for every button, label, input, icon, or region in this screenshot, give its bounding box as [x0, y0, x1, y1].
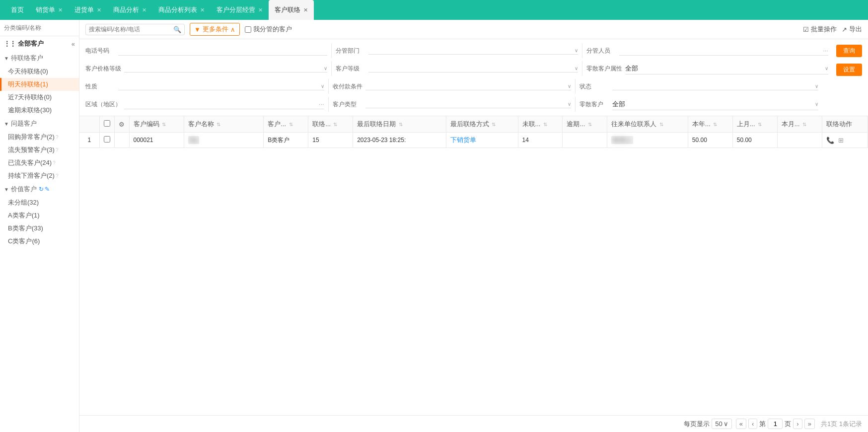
dept-chevron-icon: ∨: [575, 48, 578, 53]
sidebar-search-input[interactable]: [4, 24, 78, 31]
sidebar-item-today-contact[interactable]: 今天待联络(0): [0, 65, 79, 78]
divider-2: [582, 43, 582, 58]
first-page-button[interactable]: «: [736, 419, 746, 429]
refresh-icon[interactable]: ↻: [39, 186, 44, 193]
phone-action-icon[interactable]: 📞: [826, 137, 834, 144]
sidebar-item-overdue-contact[interactable]: 逾期未联络(30): [0, 104, 79, 117]
region-select[interactable]: ···: [124, 99, 324, 109]
next-page-button[interactable]: ›: [793, 419, 802, 429]
close-sales-icon[interactable]: ✕: [58, 7, 63, 13]
sidebar-item-b-class[interactable]: B类客户(33): [0, 222, 79, 235]
th-unit-contact: 往来单位联系人 ⇅: [607, 116, 688, 133]
help-icon-3[interactable]: ?: [53, 160, 56, 166]
grid-action-icon[interactable]: ⊞: [838, 137, 844, 144]
filter-field-phone: 电话号码: [85, 46, 327, 56]
retail-attr-chevron-icon: ∨: [825, 66, 828, 71]
close-customer-contact-icon[interactable]: ✕: [303, 7, 308, 13]
page-number-input[interactable]: [768, 419, 783, 429]
sidebar-group-value-customers[interactable]: ▼ 价值客户 ↻ ✎: [0, 182, 79, 196]
customer-level-select[interactable]: ∨: [368, 65, 578, 72]
sidebar-item-ungrouped[interactable]: 未分组(32): [0, 196, 79, 209]
sort-overdue-icon[interactable]: ⇅: [588, 122, 592, 127]
nav-purchase[interactable]: 进货单 ✕: [69, 0, 107, 20]
sidebar-item-already-lost[interactable]: 已流失客户(24) ?: [0, 156, 79, 169]
phone-input[interactable]: [118, 46, 327, 56]
divider-5: [328, 79, 329, 94]
page-size-box[interactable]: 50 ∨: [712, 419, 731, 429]
more-filter-button[interactable]: ▼ 更多条件 ∧: [190, 23, 240, 36]
set-button[interactable]: 设置: [836, 64, 862, 76]
customer-name-blurred: Ea: [188, 136, 200, 144]
prev-page-button[interactable]: ‹: [748, 419, 757, 429]
divider-7: [328, 97, 329, 112]
retail-customer-select[interactable]: 全部 ∨: [612, 99, 818, 110]
sidebar-group-problem-customers[interactable]: ▼ 问题客户: [0, 117, 79, 131]
sidebar-item-tomorrow-contact[interactable]: 明天待联络(1): [0, 78, 79, 91]
sidebar-item-repurchase-abnormal[interactable]: 回购异常客户(2) ?: [0, 131, 79, 144]
sidebar-item-week-contact[interactable]: 近7天待联络(0): [0, 91, 79, 104]
status-select[interactable]: ∨: [612, 82, 818, 90]
select-all-checkbox[interactable]: [104, 120, 110, 127]
th-settings: ⚙: [114, 116, 129, 133]
main-search-input[interactable]: [89, 26, 173, 33]
page-navigation: « ‹ 第 页 › »: [736, 419, 815, 429]
sidebar-item-lost-customers[interactable]: 流失预警客户(3) ?: [0, 144, 79, 156]
collapse-icon[interactable]: «: [72, 40, 75, 48]
sidebar: 🔍 ⋮⋮ 全部客户 « ▼ 待联络客户 今天待联络(0) 明天待联络(1) 近7…: [0, 20, 79, 432]
sidebar-item-a-class[interactable]: A类客户(1): [0, 209, 79, 222]
sort-class-icon[interactable]: ⇅: [289, 122, 293, 127]
retail-attr-select[interactable]: 全部 ∨: [625, 63, 828, 74]
filter-field-customer-type: 客户类型 ∨: [333, 100, 572, 109]
filter-row-3: 性质 ∨ 收付款条件 ∨ 状态: [85, 79, 862, 94]
my-customers-checkbox[interactable]: [245, 26, 251, 33]
td-last-date: 2023-05-23 18:25:: [353, 133, 446, 148]
close-product-analysis-icon[interactable]: ✕: [142, 7, 146, 13]
sidebar-group-pending-contact[interactable]: ▼ 待联络客户: [0, 51, 79, 65]
sort-date-icon[interactable]: ⇅: [399, 122, 403, 127]
search-icon[interactable]: 🔍: [173, 26, 181, 33]
nav-customer-tier[interactable]: 客户分层经营 ✕: [211, 0, 269, 20]
sidebar-item-declining[interactable]: 持续下滑客户(2) ?: [0, 169, 79, 182]
query-button[interactable]: 查询: [836, 45, 862, 57]
dept-select[interactable]: ∨: [368, 47, 578, 55]
row-checkbox[interactable]: [104, 136, 110, 143]
batch-op-button[interactable]: ☑ 批量操作: [803, 25, 837, 34]
data-table: ⚙ 客户编码 ⇅ 客户名称 ⇅ 客户... ⇅: [79, 116, 868, 148]
table-settings-icon[interactable]: ⚙: [119, 121, 125, 128]
sort-code-icon[interactable]: ⇅: [162, 122, 166, 127]
all-customers-header[interactable]: ⋮⋮ 全部客户 «: [0, 36, 79, 51]
last-page-button[interactable]: »: [804, 419, 815, 429]
td-actions: 📞 ⊞: [822, 133, 868, 148]
filter-field-nature: 性质 ∨: [85, 82, 324, 91]
help-icon-1[interactable]: ?: [56, 135, 59, 140]
sort-contact-count-icon[interactable]: ⇅: [333, 122, 337, 127]
help-icon-2[interactable]: ?: [56, 147, 59, 153]
divider-1: [331, 43, 332, 58]
sort-uncontacted-icon[interactable]: ⇅: [543, 122, 547, 127]
nav-product-analysis-list[interactable]: 商品分析列表 ✕: [152, 0, 211, 20]
nav-home[interactable]: 首页: [5, 0, 30, 20]
sort-method-icon[interactable]: ⇅: [492, 122, 496, 127]
price-level-select[interactable]: ∨: [124, 65, 327, 72]
last-method-link[interactable]: 下销货单: [450, 136, 476, 144]
sort-name-icon[interactable]: ⇅: [217, 122, 220, 127]
sort-this-month-icon[interactable]: ⇅: [802, 122, 806, 127]
close-customer-tier-icon[interactable]: ✕: [258, 7, 263, 13]
payment-select[interactable]: ∨: [365, 82, 572, 90]
nav-sales[interactable]: 销货单 ✕: [30, 0, 69, 20]
nav-customer-contact[interactable]: 客户联络 ✕: [269, 0, 314, 20]
sidebar-item-c-class[interactable]: C类客户(6): [0, 235, 79, 248]
export-button[interactable]: ↗ 导出: [842, 25, 862, 34]
close-purchase-icon[interactable]: ✕: [97, 7, 101, 13]
close-product-list-icon[interactable]: ✕: [200, 7, 205, 13]
customer-type-select[interactable]: ∨: [365, 100, 572, 108]
sort-year-icon[interactable]: ⇅: [713, 122, 717, 127]
help-icon-4[interactable]: ?: [56, 173, 59, 179]
sort-unit-icon[interactable]: ⇅: [659, 122, 663, 127]
nav-product-analysis[interactable]: 商品分析 ✕: [107, 0, 152, 20]
person-select[interactable]: ···: [619, 46, 828, 56]
nature-select[interactable]: ∨: [118, 82, 324, 90]
edit-icon[interactable]: ✎: [45, 186, 50, 193]
my-customers-checkbox-label[interactable]: 我分管的客户: [245, 25, 292, 34]
sort-last-month-icon[interactable]: ⇅: [758, 122, 762, 127]
